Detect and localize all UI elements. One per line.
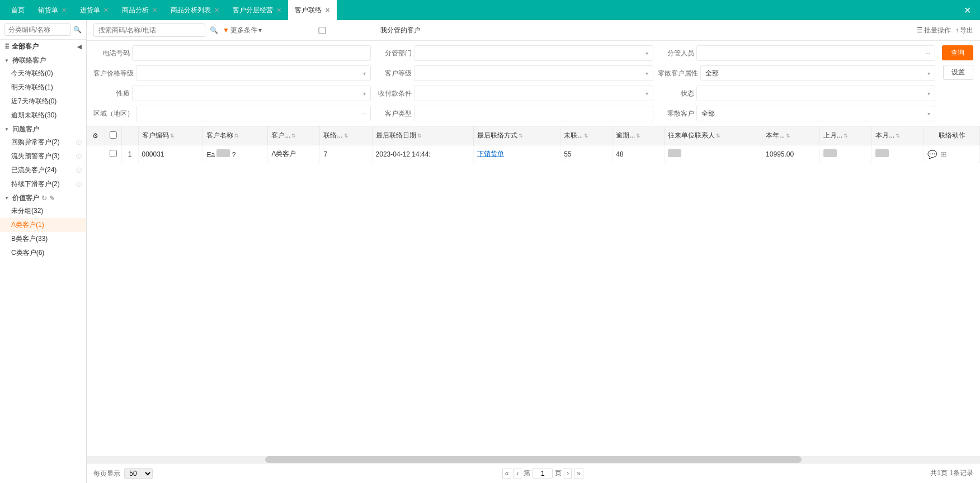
filter-customer-type-input[interactable] [414, 106, 653, 121]
select-all-checkbox[interactable] [110, 131, 117, 139]
filter-row-4: 区域（地区） ··· 客户类型 [93, 106, 935, 121]
per-page-select[interactable]: 50 100 200 [124, 468, 153, 479]
last-method-link[interactable]: 下销货单 [477, 150, 504, 158]
my-customers-checkbox-label[interactable]: 我分管的客户 [266, 26, 421, 35]
batch-operation-button[interactable]: ☰ 批量操作 [917, 26, 951, 35]
sidebar-item-tomorrow[interactable]: 明天待联络(1) [0, 80, 86, 94]
dropdown-arrow-dept: ▾ [646, 50, 648, 56]
page-number-input[interactable]: 1 [533, 468, 553, 479]
th-this-month[interactable]: 本月... ⇅ [872, 126, 924, 145]
th-checkbox[interactable] [105, 126, 121, 145]
filter-customer-level-label: 客户等级 [375, 69, 412, 78]
dropdown-arrow-payment: ▾ [646, 91, 648, 97]
sidebar-item-repurchase-abnormal[interactable]: 回购异常客户(2) ⓘ [0, 135, 86, 149]
close-purchase-tab[interactable]: ✕ [103, 7, 109, 14]
td-checkbox[interactable] [105, 145, 121, 163]
prev-page-button[interactable]: ‹ [513, 468, 521, 479]
th-contact-person[interactable]: 往来单位联系人 ⇅ [665, 126, 762, 145]
sidebar-dots-icon: ⠿ [4, 43, 10, 51]
nav-customer-contact[interactable]: 客户联络 ✕ [288, 0, 337, 20]
nav-home[interactable]: 首页 [4, 0, 31, 20]
first-page-button[interactable]: « [502, 468, 512, 479]
dots-button-manager[interactable]: ··· [926, 50, 930, 56]
filter-retail-attr: 零散客户属性 全部 ▾ [658, 65, 935, 81]
filter-customer-level-select[interactable]: ▾ [414, 65, 653, 81]
sidebar-search-input[interactable] [4, 23, 71, 36]
nav-customer-tier[interactable]: 客户分层经营 ✕ [226, 0, 288, 20]
close-customer-contact-tab[interactable]: ✕ [325, 7, 330, 14]
sidebar-all-customers[interactable]: ⠿ 全部客户 ◀ [0, 40, 86, 54]
sidebar-item-b-class[interactable]: B类客户(33) [0, 232, 86, 246]
sidebar-item-7days[interactable]: 近7天待联络(0) [0, 94, 86, 108]
td-last-method[interactable]: 下销货单 [474, 145, 560, 163]
th-no-contact[interactable]: 未联... ⇅ [560, 126, 613, 145]
sidebar-item-churned[interactable]: 已流失客户(24) ⓘ [0, 163, 86, 177]
setting-button[interactable]: 设置 [943, 65, 973, 80]
filter-region-select[interactable]: ··· [136, 106, 371, 121]
filter-status-select[interactable]: ▾ [696, 86, 935, 101]
scrollbar-thumb[interactable] [265, 456, 801, 463]
filter-retail-attr-select[interactable]: 全部 ▾ [700, 65, 935, 81]
sidebar-item-today[interactable]: 今天待联络(0) [0, 67, 86, 80]
sidebar-item-declining[interactable]: 持续下滑客户(2) ⓘ [0, 177, 86, 191]
nav-purchase[interactable]: 进货单 ✕ [73, 0, 115, 20]
query-button[interactable]: 查询 [942, 45, 973, 60]
sidebar-item-churn-warning[interactable]: 流失预警客户(3) ⓘ [0, 149, 86, 163]
search-button[interactable]: 🔍 [210, 26, 218, 34]
th-setting[interactable]: ⚙ [87, 126, 105, 145]
edit-icon[interactable]: ✎ [49, 195, 55, 202]
filter-button[interactable]: ▼ 更多条件 ▾ [223, 26, 262, 35]
th-code[interactable]: 客户编码 ⇅ [138, 126, 203, 145]
sidebar-item-overdue[interactable]: 逾期未联络(30) [0, 108, 86, 122]
filter-price-level-select[interactable]: ▾ [136, 65, 371, 81]
close-product-analysis-tab[interactable]: ✕ [152, 7, 157, 14]
sidebar-search-icon[interactable]: 🔍 [73, 26, 82, 34]
filter-dept-select[interactable]: ▾ [414, 45, 653, 61]
refresh-icon[interactable]: ↻ [41, 195, 47, 202]
filter-row-2: 客户价格等级 ▾ 客户等级 ▾ [93, 65, 935, 81]
close-sales-tab[interactable]: ✕ [62, 7, 67, 14]
filter-retail-customer-select[interactable]: 全部 ▾ [696, 106, 935, 121]
filter-nature-select[interactable]: ▾ [132, 86, 371, 101]
th-overdue[interactable]: 逾期... ⇅ [613, 126, 665, 145]
dots-button-region[interactable]: ··· [361, 111, 366, 117]
close-customer-tier-tab[interactable]: ✕ [276, 7, 281, 14]
next-page-button[interactable]: › [564, 468, 572, 479]
filter-panel: 电话号码 分管部门 ▾ 分管人员 [87, 41, 980, 126]
sidebar-collapse-icon[interactable]: ◀ [77, 44, 82, 50]
export-button[interactable]: ↑ 导出 [955, 26, 973, 35]
th-last-contact-date[interactable]: 最后联络日期 ⇅ [372, 126, 473, 145]
th-last-contact-method[interactable]: 最后联络方式 ⇅ [474, 126, 560, 145]
filter-nature-label: 性质 [93, 89, 130, 98]
filter-phone-input[interactable] [132, 45, 371, 61]
row-checkbox[interactable] [110, 150, 117, 157]
th-this-year[interactable]: 本年... ⇅ [762, 126, 820, 145]
sidebar-item-ungroup[interactable]: 未分组(32) [0, 204, 86, 218]
grid-action-icon[interactable]: ⊞ [940, 150, 947, 159]
th-contact[interactable]: 联络... ⇅ [320, 126, 372, 145]
horizontal-scrollbar[interactable] [87, 456, 980, 463]
td-setting [87, 145, 105, 163]
triangle-down-icon: ▼ [4, 58, 9, 63]
message-action-icon[interactable]: 💬 [927, 150, 937, 159]
nav-product-analysis-list[interactable]: 商品分析列表 ✕ [164, 0, 226, 20]
filter-payment-label: 收付款条件 [375, 89, 412, 98]
filter-payment-select[interactable]: ▾ [414, 86, 653, 101]
sidebar-item-a-class[interactable]: A类客户(1) [0, 218, 86, 232]
sidebar-item-c-class[interactable]: C类客户(6) [0, 246, 86, 260]
filter-region: 区域（地区） ··· [93, 106, 371, 121]
last-page-button[interactable]: » [574, 468, 583, 479]
td-this-month [872, 145, 924, 163]
filter-manager-select[interactable]: ··· [696, 45, 935, 61]
td-this-year: 10995.00 [762, 145, 820, 163]
th-name[interactable]: 客户名称 ⇅ [203, 126, 268, 145]
search-input[interactable] [93, 23, 205, 37]
window-close-button[interactable]: ✕ [959, 5, 976, 16]
nav-product-analysis[interactable]: 商品分析 ✕ [115, 0, 164, 20]
filter-price-level-label: 客户价格等级 [93, 69, 134, 78]
nav-sales[interactable]: 销货单 ✕ [31, 0, 73, 20]
th-type[interactable]: 客户... ⇅ [268, 126, 320, 145]
my-customers-checkbox[interactable] [266, 27, 378, 34]
th-last-month[interactable]: 上月... ⇅ [820, 126, 872, 145]
close-product-list-tab[interactable]: ✕ [214, 7, 219, 14]
